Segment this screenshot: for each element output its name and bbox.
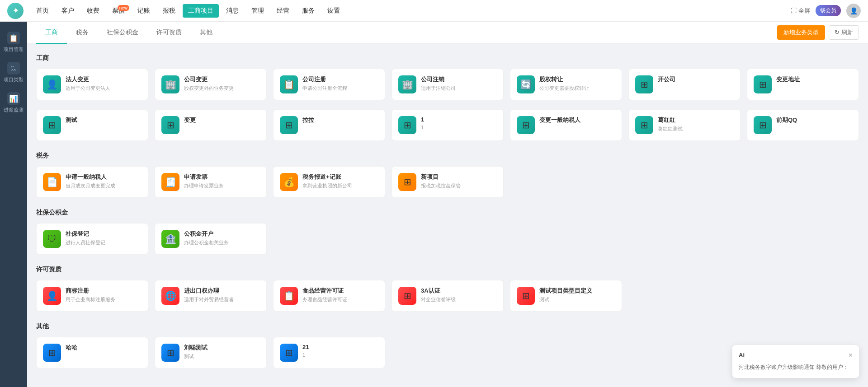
tax-cards: 📄 申请一般纳税人 当月或次月成变更完成 🧾 申请发票 办理申请发票业务 — [36, 166, 859, 198]
card-legal-person-change[interactable]: 👤 法人变更 适用于公司变更法人 — [36, 69, 148, 100]
fullscreen-icon: ⛶ — [791, 7, 797, 14]
sidebar-item-project-type[interactable]: 🗂 项目类型 — [0, 57, 27, 88]
section-permit-title: 许可资质 — [36, 266, 859, 274]
card-qianqi-qq[interactable]: ⊞ 前期QQ — [747, 109, 859, 141]
nav-settings[interactable]: 设置 — [322, 4, 345, 18]
section-tax: 税务 📄 申请一般纳税人 当月或次月成变更完成 🧾 — [36, 152, 859, 198]
sidebar: 📋 项目管理 🗂 项目类型 📊 进度监测 — [0, 22, 27, 387]
new-badge: new — [118, 5, 129, 11]
project-type-icon: 🗂 — [7, 62, 20, 75]
card-company-cancel[interactable]: 🏢 公司注销 适用于注销公司 — [392, 69, 504, 100]
card-trademark[interactable]: 👤 商标注册 用于企业商标注册服务 — [36, 280, 148, 312]
section-industry-title: 工商 — [36, 54, 859, 62]
card-fund-account[interactable]: 🏦 公积金开户 办理公积金相关业务 — [155, 223, 267, 255]
fullscreen-btn[interactable]: ⛶ 全屏 — [791, 7, 810, 15]
card-open-company[interactable]: ⊞ 开公司 — [628, 69, 741, 100]
card-21[interactable]: ⊞ 21 1 — [273, 337, 385, 368]
tab-other[interactable]: 其他 — [191, 22, 222, 44]
avatar[interactable]: 👤 — [846, 4, 861, 18]
card-3a-cert[interactable]: ⊞ 3A认证 对企业信誉评级 — [392, 280, 504, 312]
card-icon-gehonghong: ⊞ — [635, 116, 653, 134]
notification-header: Ai × — [739, 351, 853, 359]
card-tax-report-bookkeep[interactable]: 💰 税务报道+记账 拿到营业执照的新公司 — [273, 166, 385, 198]
nav-home[interactable]: 首页 — [31, 4, 54, 18]
card-haha[interactable]: ⊞ 哈哈 — [36, 337, 148, 368]
permit-cards: 👤 商标注册 用于企业商标注册服务 🌐 进出口权办理 适用于对外贸易经营者 — [36, 280, 859, 312]
tab-industry[interactable]: 工商 — [36, 22, 67, 44]
sidebar-item-progress[interactable]: 📊 进度监测 — [0, 88, 27, 118]
card-icon-trademark: 👤 — [43, 287, 61, 305]
section-permit: 许可资质 👤 商标注册 用于企业商标注册服务 🌐 进 — [36, 266, 859, 312]
nav-tax[interactable]: 报税 — [157, 4, 181, 18]
card-icon-haha: ⊞ — [43, 344, 61, 362]
card-import-export[interactable]: 🌐 进出口权办理 适用于对外贸易经营者 — [155, 280, 267, 312]
card-social-register[interactable]: 🛡 社保登记 进行人员社保登记 — [36, 223, 148, 255]
nav-message[interactable]: 消息 — [221, 4, 244, 18]
nav-bookkeep[interactable]: 记账 — [132, 4, 156, 18]
main-content: 工商 税务 社保公积金 许可资质 其他 新增业务类型 ↻ 刷新 工商 👤 — [27, 22, 868, 387]
card-icon-new-project: ⊞ — [398, 173, 416, 191]
card-equity-transfer[interactable]: 🔄 股权转让 公司变更需要股权转让 — [510, 69, 622, 100]
refresh-button[interactable]: ↻ 刷新 — [829, 25, 859, 40]
project-manage-icon: 📋 — [7, 32, 20, 44]
card-new-project[interactable]: ⊞ 新项目 报税加税控盘保管 — [392, 166, 504, 198]
section-industry: 工商 👤 法人变更 适用于公司变更法人 🏢 公司变更 — [36, 54, 859, 141]
tab-permit[interactable]: 许可资质 — [147, 22, 191, 44]
nav-service[interactable]: 服务 — [297, 4, 320, 18]
card-1[interactable]: ⊞ 1 1 — [392, 109, 504, 141]
card-apply-invoice[interactable]: 🧾 申请发票 办理申请发票业务 — [155, 166, 267, 198]
card-icon-3a: ⊞ — [398, 287, 416, 305]
nav-right: ⛶ 全屏 畅会员 👤 — [791, 4, 861, 18]
social-cards: 🛡 社保登记 进行人员社保登记 🏦 公积金开户 办理公积金相关业务 — [36, 223, 859, 255]
card-food-permit[interactable]: 📋 食品经营许可证 办理食品经营许可证 — [273, 280, 385, 312]
card-icon-qq: ⊞ — [754, 116, 772, 134]
card-icon-test-def: ⊞ — [517, 287, 535, 305]
notification-close-button[interactable]: × — [849, 351, 853, 359]
nav-industry[interactable]: 工商项目 — [183, 4, 219, 18]
card-gehonghong[interactable]: ⊞ 葛红红 葛红红测试 — [628, 109, 741, 141]
sub-tabs-right: 新增业务类型 ↻ 刷新 — [777, 25, 859, 40]
card-icon-21: ⊞ — [280, 344, 298, 362]
card-icon-address: ⊞ — [754, 75, 772, 93]
nav-items: 首页 客户 收费 票据 new 记账 报税 工商项目 消息 管理 经营 服务 设… — [31, 4, 791, 18]
section-social-title: 社保公积金 — [36, 209, 859, 217]
card-icon-equity: 🔄 — [517, 75, 535, 93]
card-company-register[interactable]: 📋 公司注册 申请公司注册全流程 — [273, 69, 385, 100]
card-icon-social: 🛡 — [43, 230, 61, 248]
sidebar-item-project-manage[interactable]: 📋 项目管理 — [0, 27, 27, 57]
card-icon-legal-person: 👤 — [43, 75, 61, 93]
card-test-type-def[interactable]: ⊞ 测试项目类型目定义 测试 — [510, 280, 622, 312]
card-icon-1: ⊞ — [398, 116, 416, 134]
section-tax-title: 税务 — [36, 152, 859, 160]
nav-customer[interactable]: 客户 — [56, 4, 80, 18]
card-lala[interactable]: ⊞ 拉拉 — [273, 109, 385, 141]
tab-tax[interactable]: 税务 — [67, 22, 98, 44]
vip-button[interactable]: 畅会员 — [816, 5, 841, 16]
nav-fee[interactable]: 收费 — [81, 4, 105, 18]
section-social-insurance: 社保公积金 🛡 社保登记 进行人员社保登记 🏦 公积 — [36, 209, 859, 255]
card-test[interactable]: ⊞ 测试 — [36, 109, 148, 141]
card-liucong-test[interactable]: ⊞ 刘聪测试 测试 — [155, 337, 267, 368]
nav-ticket[interactable]: 票据 new — [107, 4, 130, 18]
card-change[interactable]: ⊞ 变更 — [155, 109, 267, 141]
sub-tabs: 工商 税务 社保公积金 许可资质 其他 新增业务类型 ↻ 刷新 — [27, 22, 868, 43]
card-icon-change: ⊞ — [161, 116, 179, 134]
nav-operation[interactable]: 经营 — [271, 4, 295, 18]
card-icon-fund: 🏦 — [161, 230, 179, 248]
section-other-title: 其他 — [36, 322, 859, 331]
sub-tabs-left: 工商 税务 社保公积金 许可资质 其他 — [36, 22, 222, 43]
card-icon-company-change: 🏢 — [161, 75, 179, 93]
nav-manage[interactable]: 管理 — [246, 4, 269, 18]
add-business-type-button[interactable]: 新增业务类型 — [777, 25, 825, 40]
top-nav: ✦ 首页 客户 收费 票据 new 记账 报税 工商项目 消息 管理 经营 服务… — [0, 0, 868, 22]
card-change-taxpayer[interactable]: ⊞ 变更一般纳税人 — [510, 109, 622, 141]
industry-cards-row1: 👤 法人变更 适用于公司变更法人 🏢 公司变更 股权变更外的业务变更 — [36, 69, 859, 100]
card-change-address[interactable]: ⊞ 变更地址 — [747, 69, 859, 100]
card-apply-taxpayer[interactable]: 📄 申请一般纳税人 当月或次月成变更完成 — [36, 166, 148, 198]
card-company-change[interactable]: 🏢 公司变更 股权变更外的业务变更 — [155, 69, 267, 100]
card-icon-invoice: 🧾 — [161, 173, 179, 191]
tab-social-insurance[interactable]: 社保公积金 — [98, 22, 147, 44]
card-icon-food: 📋 — [280, 287, 298, 305]
card-icon-liucong: ⊞ — [161, 344, 179, 362]
card-icon-lala: ⊞ — [280, 116, 298, 134]
